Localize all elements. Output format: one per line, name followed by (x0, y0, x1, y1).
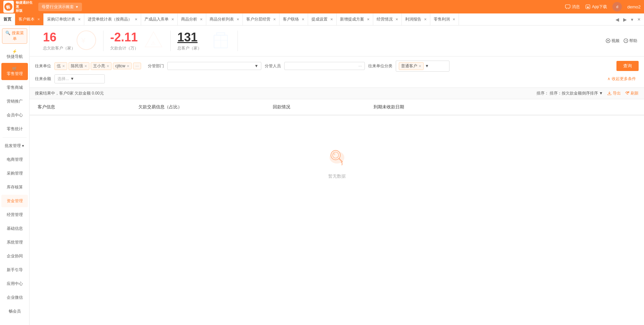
tab-profit-report[interactable]: 利润报告 ✕ (402, 13, 430, 25)
sidebar-item-wholesale[interactable]: 批发管理 ▼ (1, 140, 28, 152)
tab-production-inbound[interactable]: 产成品入库单 ✕ (141, 13, 178, 25)
close-product-analysis-icon[interactable]: ✕ (200, 17, 203, 21)
sidebar-item-member-center[interactable]: 会员中心 (1, 109, 28, 121)
close-product-analysis-list-icon[interactable]: ✕ (237, 17, 239, 21)
tab-customer-contact[interactable]: 客户联络 ✕ (280, 13, 308, 25)
messages-btn[interactable]: 消息 (565, 4, 580, 10)
tab-new-commission[interactable]: 新增提成方案 ✕ (337, 13, 373, 25)
tab-menu-icon[interactable]: ▾ (630, 16, 635, 23)
user-avatar[interactable]: d (612, 2, 622, 11)
sidebar-item-chang-member[interactable]: 畅会员 (1, 305, 28, 318)
sidebar: 🔍 搜索菜单 ⚡ 快捷导航 🛒 零售管理 零售商城 营销推广 会员中心 (0, 26, 30, 325)
sidebar-item-system[interactable]: 系统管理 (1, 236, 28, 249)
sidebar-retail-mall-label: 零售商城 (3, 85, 26, 91)
filter-tag-cjttcw: cjttcw ✕ (113, 63, 132, 69)
stat-bg-icon-building (211, 30, 231, 51)
tab-purchase-stats[interactable]: 采购订单统计表 ✕ (44, 13, 84, 25)
svg-text:?: ? (625, 39, 627, 43)
sort-select[interactable]: 排序： 排序：按欠款金额倒序排序 ▼ (536, 91, 603, 96)
close-customer-contact-icon[interactable]: ✕ (302, 17, 304, 21)
close-new-commission-icon[interactable]: ✕ (367, 17, 370, 21)
chevron-down-dept-icon: ▼ (254, 64, 258, 68)
help-btn[interactable]: ? 帮助 (624, 38, 637, 44)
tab-customer-ledger[interactable]: 客户账本 ✕ (15, 13, 44, 25)
sidebar-item-retail-management[interactable]: 🛒 零售管理 (1, 63, 28, 80)
sidebar-item-enterprise-wechat[interactable]: 企业微信 (1, 291, 28, 304)
close-profit-report-icon[interactable]: ✕ (424, 17, 427, 21)
sidebar-operations-label: 经营管理 (3, 212, 26, 218)
search-menu-btn[interactable]: 🔍 搜索菜单 (2, 28, 27, 44)
tab-inbound-stats[interactable]: 进货单统计表（按商品） ✕ (84, 13, 141, 25)
tab-profit-report-label: 利润报告 (405, 16, 421, 22)
close-commission-settings-icon[interactable]: ✕ (330, 17, 333, 21)
close-purchase-stats-icon[interactable]: ✕ (78, 17, 81, 21)
close-customer-segment-icon[interactable]: ✕ (273, 17, 276, 21)
tab-close-all-icon[interactable]: ✕ (636, 16, 642, 23)
sidebar-item-inventory[interactable]: 库存核算 (1, 181, 28, 193)
filter-tag-more[interactable]: ··· (133, 63, 141, 69)
close-tag-wu[interactable]: ✕ (62, 64, 65, 68)
sidebar-item-purchase[interactable]: 采购管理 (1, 167, 28, 180)
sidebar-item-ecommerce[interactable]: 电商管理 (1, 153, 28, 166)
sidebar-item-operations[interactable]: 经营管理 (1, 209, 28, 221)
chevron-down-balance-icon: ▼ (70, 76, 74, 81)
tab-prev-icon[interactable]: ◀ (614, 16, 620, 23)
sidebar-item-enterprise-collab[interactable]: 企业协同 (1, 250, 28, 262)
close-tag-wang[interactable]: ✕ (106, 64, 109, 68)
sidebar-retail-icon: 🛒 (12, 66, 17, 71)
refresh-btn[interactable]: 刷新 (625, 91, 639, 96)
stat-bg-icon-customers: ¥ (76, 30, 96, 51)
stat-label-customers: 总欠款客户（家） (43, 45, 75, 51)
tab-business-situation[interactable]: 经营情况 ✕ (373, 13, 402, 25)
chevron-down-icon-wholesale: ▼ (22, 144, 25, 148)
query-button[interactable]: 查询 (616, 61, 639, 71)
table-header-customer-info: 客户信息 (35, 103, 136, 111)
tab-inbound-stats-label: 进货单统计表（按商品） (88, 16, 132, 22)
close-business-situation-icon[interactable]: ✕ (395, 17, 398, 21)
sidebar-purchase-label: 采购管理 (3, 171, 26, 176)
app-download-label: App下载 (592, 4, 607, 10)
sidebar-retail-label: 零售管理 (3, 71, 26, 77)
video-btn[interactable]: 视频 (606, 38, 619, 44)
tab-product-analysis[interactable]: 商品分析 ✕ (178, 13, 206, 25)
search-result-bar: 搜索结果中，客户0家 欠款金额 0.00元 排序： 排序：按欠款金额倒序排序 ▼… (30, 88, 644, 99)
filter-person-input[interactable]: ··· (284, 62, 365, 70)
sidebar-item-basic-info[interactable]: 基础信息 (1, 222, 28, 235)
tab-customer-segment[interactable]: 客户分层经营 ✕ (243, 13, 280, 25)
tab-home-label: 首页 (3, 16, 11, 22)
sidebar-item-retail-mall[interactable]: 零售商城 (1, 81, 28, 94)
enterprise-selector[interactable]: 母婴行业演示账套 ▼ (38, 3, 82, 11)
close-inbound-stats-icon[interactable]: ✕ (135, 17, 137, 21)
sidebar-item-app-center[interactable]: 应用中心 (1, 278, 28, 290)
filter-unit-class-select[interactable]: 普通客户 ✕ ▼ (396, 61, 449, 72)
app-download-btn[interactable]: App下载 (585, 4, 607, 10)
close-tag-chen[interactable]: ✕ (84, 64, 87, 68)
sidebar-item-retail-stats[interactable]: 零售统计 (1, 123, 28, 135)
tab-bar-end: ◀ ▶ ▾ ✕ (612, 13, 644, 25)
svg-text:畅: 畅 (6, 5, 10, 9)
filter-person-dots-icon: ··· (358, 64, 362, 68)
filter-label-unit: 往来单位 (35, 63, 51, 69)
sidebar-item-newbie[interactable]: 新手引导 (1, 264, 28, 276)
sidebar-item-finance[interactable]: 资金管理 (1, 195, 28, 207)
tab-commission-settings[interactable]: 提成设置 ✕ (308, 13, 337, 25)
filter-dept-select[interactable]: ▼ (167, 62, 261, 70)
filter-area: 往来单位 伍 ✕ 陈民强 ✕ 王小亮 ✕ (30, 57, 644, 88)
quick-nav-btn[interactable]: ⚡ 快捷导航 (0, 46, 29, 62)
tab-product-analysis-list[interactable]: 商品分析列表 ✕ (206, 13, 243, 25)
tab-commission-settings-label: 提成设置 (311, 16, 328, 22)
tab-retail-profit[interactable]: 零售利润 ✕ (430, 13, 459, 25)
close-customer-ledger-icon[interactable]: ✕ (37, 17, 40, 21)
close-tag-normal-customer[interactable]: ✕ (419, 64, 421, 68)
close-production-inbound-icon[interactable]: ✕ (171, 17, 174, 21)
collapse-filters-btn[interactable]: ∧ 收起更多条件 (605, 75, 639, 83)
tab-next-icon[interactable]: ▶ (622, 16, 628, 23)
export-btn[interactable]: 导出 (607, 91, 621, 96)
close-tag-cjttcw[interactable]: ✕ (127, 64, 129, 68)
tab-home[interactable]: 首页 (0, 13, 15, 25)
username-label[interactable]: demo2 (627, 4, 641, 9)
close-retail-profit-icon[interactable]: ✕ (453, 17, 455, 21)
sidebar-item-marketing[interactable]: 营销推广 (1, 95, 28, 108)
filter-balance-select[interactable]: 选择... ▼ (54, 74, 105, 83)
sidebar-inventory-label: 库存核算 (3, 184, 26, 190)
